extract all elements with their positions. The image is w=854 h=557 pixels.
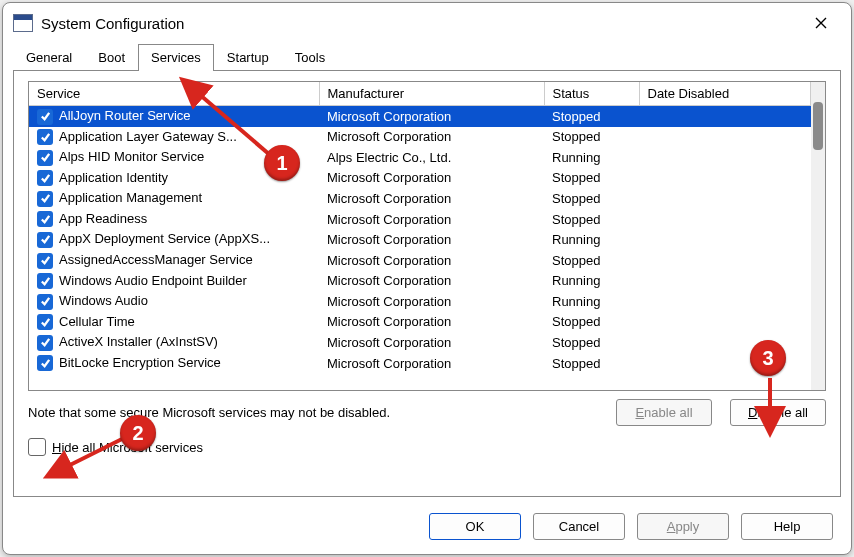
cell-manufacturer: Microsoft Corporation [319,168,544,189]
help-button[interactable]: Help [741,513,833,540]
cell-status: Stopped [544,209,639,230]
cell-date-disabled [639,209,811,230]
row-checkbox[interactable] [37,129,53,145]
disable-all-button[interactable]: Disable all [730,399,826,426]
cell-date-disabled [639,271,811,292]
row-checkbox[interactable] [37,294,53,310]
cell-service: Windows Audio Endpoint Builder [29,271,319,292]
row-checkbox[interactable] [37,170,53,186]
cell-manufacturer: Microsoft Corporation [319,271,544,292]
close-button[interactable] [801,9,841,37]
tab-strip: General Boot Services Startup Tools [3,43,851,70]
row-checkbox[interactable] [37,253,53,269]
cell-date-disabled [639,127,811,148]
cell-service: BitLocke Encryption Service [29,353,319,374]
cell-manufacturer: Microsoft Corporation [319,229,544,250]
cell-manufacturer: Microsoft Corporation [319,188,544,209]
cell-date-disabled [639,147,811,168]
cell-date-disabled [639,188,811,209]
cell-manufacturer: Microsoft Corporation [319,332,544,353]
cell-manufacturer: Microsoft Corporation [319,209,544,230]
col-status[interactable]: Status [544,82,639,106]
window-title: System Configuration [41,15,801,32]
cell-status: Stopped [544,312,639,333]
table-row[interactable]: BitLocke Encryption ServiceMicrosoft Cor… [29,353,811,374]
row-checkbox[interactable] [37,355,53,371]
cell-status: Stopped [544,106,639,127]
table-header-row: Service Manufacturer Status Date Disable… [29,82,811,106]
cell-status: Stopped [544,250,639,271]
cell-service: AssignedAccessManager Service [29,250,319,271]
row-checkbox[interactable] [37,191,53,207]
scrollbar-thumb[interactable] [813,102,823,150]
cell-manufacturer: Microsoft Corporation [319,127,544,148]
cell-status: Stopped [544,332,639,353]
cell-date-disabled [639,291,811,312]
table-row[interactable]: Windows Audio Endpoint BuilderMicrosoft … [29,271,811,292]
cell-date-disabled [639,106,811,127]
apply-button[interactable]: Apply [637,513,729,540]
enable-all-button[interactable]: Enable all [616,399,712,426]
note-text: Note that some secure Microsoft services… [28,405,598,420]
close-icon [814,16,828,30]
hide-ms-services-checkbox[interactable] [28,438,46,456]
cell-manufacturer: Microsoft Corporation [319,353,544,374]
cell-manufacturer: Microsoft Corporation [319,250,544,271]
vertical-scrollbar[interactable] [811,82,825,390]
cell-service: AppX Deployment Service (AppXS... [29,229,319,250]
table-row[interactable]: Application IdentityMicrosoft Corporatio… [29,168,811,189]
cell-status: Running [544,271,639,292]
table-row[interactable]: Application Layer Gateway S...Microsoft … [29,127,811,148]
cell-manufacturer: Alps Electric Co., Ltd. [319,147,544,168]
table-row[interactable]: App ReadinessMicrosoft CorporationStoppe… [29,209,811,230]
cell-manufacturer: Microsoft Corporation [319,106,544,127]
cell-manufacturer: Microsoft Corporation [319,312,544,333]
cell-service: Application Layer Gateway S... [29,127,319,148]
row-checkbox[interactable] [37,150,53,166]
table-row[interactable]: Cellular TimeMicrosoft CorporationStoppe… [29,312,811,333]
cell-service: Cellular Time [29,312,319,333]
row-checkbox[interactable] [37,273,53,289]
cancel-button[interactable]: Cancel [533,513,625,540]
table-row[interactable]: Application ManagementMicrosoft Corporat… [29,188,811,209]
cell-status: Running [544,291,639,312]
cell-date-disabled [639,250,811,271]
row-checkbox[interactable] [37,109,53,125]
table-row[interactable]: AssignedAccessManager ServiceMicrosoft C… [29,250,811,271]
col-service[interactable]: Service [29,82,319,106]
row-checkbox[interactable] [37,314,53,330]
cell-service: Application Management [29,188,319,209]
table-row[interactable]: AllJoyn Router ServiceMicrosoft Corporat… [29,106,811,127]
table-row[interactable]: AppX Deployment Service (AppXS...Microso… [29,229,811,250]
cell-status: Stopped [544,168,639,189]
row-checkbox[interactable] [37,232,53,248]
cell-date-disabled [639,168,811,189]
cell-status: Stopped [544,188,639,209]
cell-service: ActiveX Installer (AxInstSV) [29,332,319,353]
col-date-disabled[interactable]: Date Disabled [639,82,811,106]
cell-date-disabled [639,332,811,353]
annotation-badge-2: 2 [120,415,156,451]
col-manufacturer[interactable]: Manufacturer [319,82,544,106]
cell-service: App Readiness [29,209,319,230]
row-checkbox[interactable] [37,335,53,351]
tab-services[interactable]: Services [138,44,214,71]
cell-service: AllJoyn Router Service [29,106,319,127]
row-checkbox[interactable] [37,211,53,227]
system-configuration-window: System Configuration General Boot Servic… [2,2,852,555]
cell-service: Windows Audio [29,291,319,312]
tab-general[interactable]: General [13,44,85,71]
tab-tools[interactable]: Tools [282,44,338,71]
app-icon [13,14,33,32]
ok-button[interactable]: OK [429,513,521,540]
table-row[interactable]: ActiveX Installer (AxInstSV)Microsoft Co… [29,332,811,353]
table-row[interactable]: Alps HID Monitor ServiceAlps Electric Co… [29,147,811,168]
dialog-footer: OK Cancel Apply Help [3,503,851,554]
cell-date-disabled [639,312,811,333]
table-row[interactable]: Windows AudioMicrosoft CorporationRunnin… [29,291,811,312]
titlebar: System Configuration [3,3,851,43]
tab-startup[interactable]: Startup [214,44,282,71]
annotation-badge-1: 1 [264,145,300,181]
tab-boot[interactable]: Boot [85,44,138,71]
annotation-badge-3: 3 [750,340,786,376]
